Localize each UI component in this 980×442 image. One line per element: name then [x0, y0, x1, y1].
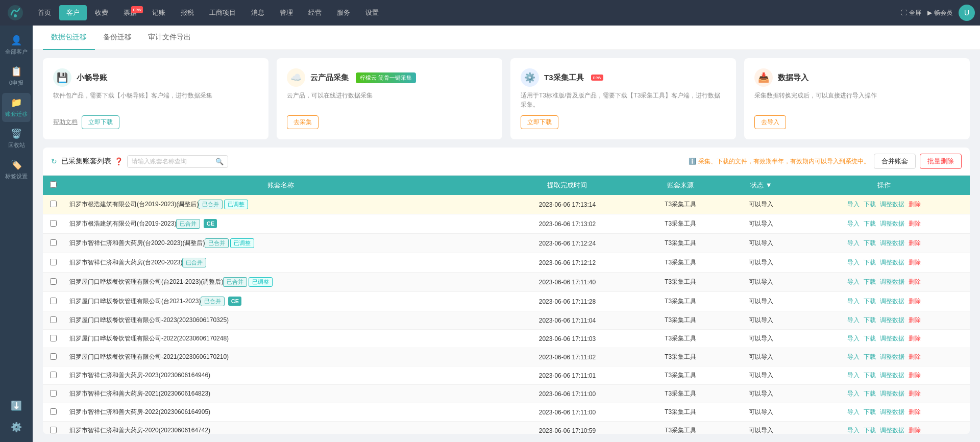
row-checkbox[interactable] [50, 220, 57, 227]
nav-item-bookkeeping[interactable]: 记账 [145, 5, 173, 20]
action-下载[interactable]: 下载 [864, 371, 876, 380]
select-all-checkbox[interactable] [50, 181, 57, 188]
action-下载[interactable]: 下载 [864, 297, 876, 306]
action-下载[interactable]: 下载 [864, 389, 876, 398]
row-checkbox[interactable] [50, 259, 57, 265]
action-导入[interactable]: 导入 [847, 316, 860, 325]
row-checkbox[interactable] [50, 353, 57, 360]
sidebar-item-zero-declare[interactable]: 📋 0申报 [2, 62, 31, 91]
help-icon[interactable]: ❓ [114, 157, 123, 165]
nav-item-business[interactable]: 工商项目 [202, 5, 243, 20]
action-导入[interactable]: 导入 [847, 371, 860, 380]
action-调整数据[interactable]: 调整数据 [880, 316, 904, 325]
help-doc-link[interactable]: 帮助文档 [53, 118, 78, 127]
action-导入[interactable]: 导入 [847, 219, 860, 228]
search-input[interactable] [132, 158, 213, 165]
download-now-button-3[interactable]: 立即下载 [521, 115, 558, 129]
action-导入[interactable]: 导入 [847, 297, 860, 306]
row-checkbox[interactable] [50, 201, 57, 207]
action-下载[interactable]: 下载 [864, 408, 876, 416]
nav-item-tax[interactable]: 报税 [174, 5, 201, 20]
row-checkbox[interactable] [50, 372, 57, 378]
batch-delete-button[interactable]: 批量删除 [920, 154, 962, 169]
action-下载[interactable]: 下载 [864, 426, 876, 434]
action-导入[interactable]: 导入 [847, 389, 860, 398]
tab-backup-migration[interactable]: 备份迁移 [95, 26, 140, 50]
action-调整数据[interactable]: 调整数据 [880, 258, 904, 267]
search-icon[interactable]: 🔍 [215, 158, 224, 165]
action-删除[interactable]: 删除 [909, 200, 921, 209]
row-checkbox[interactable] [50, 239, 57, 246]
action-删除[interactable]: 删除 [909, 316, 921, 325]
action-下载[interactable]: 下载 [864, 239, 876, 248]
action-删除[interactable]: 删除 [909, 334, 921, 343]
action-删除[interactable]: 删除 [909, 297, 921, 306]
sidebar-item-download[interactable]: ⬇️ [2, 396, 31, 415]
action-调整数据[interactable]: 调整数据 [880, 278, 904, 286]
action-删除[interactable]: 删除 [909, 239, 921, 248]
row-checkbox[interactable] [50, 408, 57, 415]
action-下载[interactable]: 下载 [864, 316, 876, 325]
sidebar-item-tag-settings[interactable]: 🏷️ 标签设置 [2, 155, 31, 184]
action-删除[interactable]: 删除 [909, 219, 921, 228]
action-下载[interactable]: 下载 [864, 258, 876, 267]
merge-account-button[interactable]: 合并账套 [874, 154, 916, 169]
action-下载[interactable]: 下载 [864, 334, 876, 343]
action-下载[interactable]: 下载 [864, 200, 876, 209]
row-checkbox[interactable] [50, 427, 57, 433]
nav-item-message[interactable]: 消息 [244, 5, 272, 20]
action-删除[interactable]: 删除 [909, 426, 921, 434]
action-删除[interactable]: 删除 [909, 408, 921, 416]
action-调整数据[interactable]: 调整数据 [880, 219, 904, 228]
action-下载[interactable]: 下载 [864, 219, 876, 228]
action-导入[interactable]: 导入 [847, 278, 860, 286]
nav-item-fee[interactable]: 收费 [88, 5, 115, 20]
action-导入[interactable]: 导入 [847, 258, 860, 267]
action-调整数据[interactable]: 调整数据 [880, 334, 904, 343]
tab-data-migration[interactable]: 数据包迁移 [43, 26, 95, 50]
row-checkbox[interactable] [50, 390, 57, 397]
action-删除[interactable]: 删除 [909, 371, 921, 380]
download-now-button-1[interactable]: 立即下载 [82, 115, 119, 129]
action-导入[interactable]: 导入 [847, 426, 860, 434]
row-checkbox[interactable] [50, 316, 57, 323]
row-checkbox[interactable] [50, 335, 57, 341]
action-删除[interactable]: 删除 [909, 353, 921, 361]
sidebar-item-account-migration[interactable]: 📁 账套迁移 [2, 93, 31, 122]
action-导入[interactable]: 导入 [847, 353, 860, 361]
row-checkbox[interactable] [50, 298, 57, 304]
action-下载[interactable]: 下载 [864, 353, 876, 361]
fullscreen-button[interactable]: ⛶ 全屏 [901, 9, 921, 17]
action-删除[interactable]: 删除 [909, 258, 921, 267]
action-导入[interactable]: 导入 [847, 200, 860, 209]
nav-item-invoice[interactable]: 票据 new [116, 5, 144, 20]
action-调整数据[interactable]: 调整数据 [880, 408, 904, 416]
nav-item-home[interactable]: 首页 [31, 5, 58, 20]
sidebar-item-all-customers[interactable]: 👤 全部客户 [2, 31, 31, 60]
action-调整数据[interactable]: 调整数据 [880, 200, 904, 209]
nav-item-operation[interactable]: 经营 [301, 5, 329, 20]
action-调整数据[interactable]: 调整数据 [880, 371, 904, 380]
action-调整数据[interactable]: 调整数据 [880, 426, 904, 434]
nav-item-management[interactable]: 管理 [273, 5, 300, 20]
action-导入[interactable]: 导入 [847, 334, 860, 343]
col-status[interactable]: 状态 ▼ [724, 176, 798, 195]
user-avatar[interactable]: U [959, 5, 975, 21]
refresh-icon[interactable]: ↻ [51, 157, 57, 165]
action-删除[interactable]: 删除 [909, 389, 921, 398]
member-button[interactable]: ▶ 畅会员 [927, 9, 952, 17]
action-调整数据[interactable]: 调整数据 [880, 297, 904, 306]
go-collect-button[interactable]: 去采集 [287, 115, 318, 129]
action-下载[interactable]: 下载 [864, 278, 876, 286]
go-import-button[interactable]: 去导入 [754, 115, 786, 129]
nav-item-settings[interactable]: 设置 [358, 5, 386, 20]
action-调整数据[interactable]: 调整数据 [880, 353, 904, 361]
row-checkbox[interactable] [50, 278, 57, 285]
action-导入[interactable]: 导入 [847, 408, 860, 416]
action-调整数据[interactable]: 调整数据 [880, 239, 904, 248]
sidebar-item-bottom-settings[interactable]: ⚙️ [2, 418, 31, 437]
nav-item-service[interactable]: 服务 [330, 5, 357, 20]
action-删除[interactable]: 删除 [909, 278, 921, 286]
action-调整数据[interactable]: 调整数据 [880, 389, 904, 398]
nav-item-customer[interactable]: 客户 [59, 5, 87, 20]
